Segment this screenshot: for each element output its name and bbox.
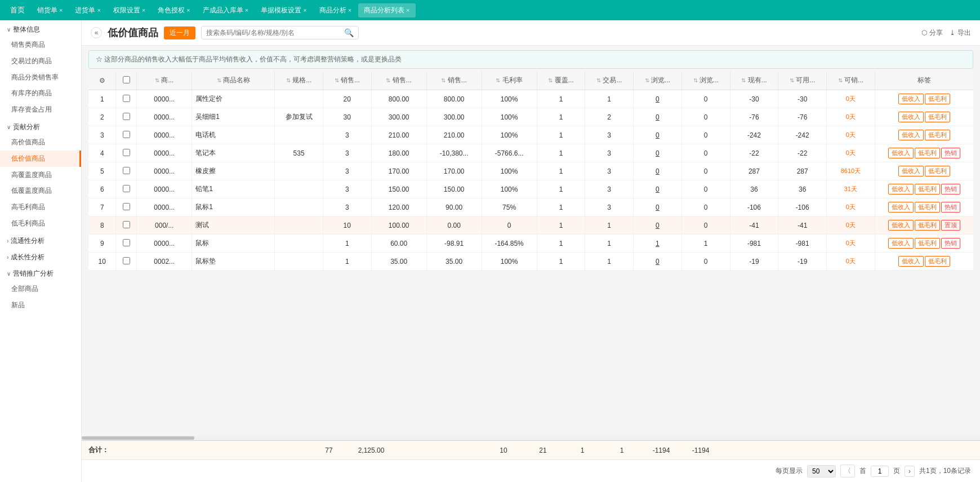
cell-view1[interactable]: 0	[634, 180, 682, 198]
col-code[interactable]: ⇅ 商...	[137, 71, 192, 90]
row-checkbox[interactable]	[123, 239, 130, 246]
browse-count-link[interactable]: 0	[656, 258, 660, 266]
row-checkbox[interactable]	[123, 131, 130, 138]
browse-count-link[interactable]: 0	[656, 95, 660, 103]
nav-close-role[interactable]: ×	[186, 7, 190, 14]
sidebar-item-all-goods[interactable]: 全部商品	[0, 281, 81, 297]
cell-view1[interactable]: 0	[634, 90, 682, 108]
search-input[interactable]	[206, 29, 342, 37]
sidebar-section-overview[interactable]: ∨ 整体信息	[0, 20, 81, 37]
cell-view1[interactable]: 0	[634, 216, 682, 235]
browse-count-link[interactable]: 0	[656, 204, 660, 211]
nav-product-in[interactable]: 产成品入库单 ×	[197, 3, 254, 17]
cell-check[interactable]	[116, 180, 137, 198]
browse-count-link[interactable]: 0	[656, 113, 660, 121]
cell-check[interactable]	[116, 253, 137, 271]
cell-view1[interactable]: 0	[634, 253, 682, 271]
col-stock-avail[interactable]: ⇅ 可用...	[778, 71, 827, 90]
nav-close-purchase[interactable]: ×	[97, 7, 100, 14]
col-settings[interactable]: ⚙	[88, 71, 116, 90]
cell-view1[interactable]: 0	[634, 198, 682, 216]
sidebar-item-low-margin[interactable]: 低毛利商品	[0, 215, 81, 232]
cell-check[interactable]	[116, 235, 137, 253]
cell-view1[interactable]: 0	[634, 162, 682, 180]
select-all-checkbox[interactable]	[123, 76, 130, 83]
col-coverage[interactable]: ⇅ 覆盖...	[537, 71, 585, 90]
nav-template[interactable]: 单据模板设置 ×	[255, 3, 312, 17]
row-checkbox[interactable]	[123, 257, 130, 264]
cell-check[interactable]	[116, 144, 137, 162]
browse-count-link[interactable]: 0	[656, 185, 660, 193]
nav-goods-list[interactable]: 商品分析列表 ×	[358, 3, 415, 17]
sidebar-item-low-coverage[interactable]: 低覆盖度商品	[0, 183, 81, 199]
nav-home[interactable]: 首页	[5, 3, 30, 17]
browse-count-link[interactable]: 0	[656, 149, 660, 157]
col-view1[interactable]: ⇅ 浏览...	[634, 71, 682, 90]
scrollbar-thumb[interactable]	[82, 436, 194, 440]
cell-view1[interactable]: 0	[634, 108, 682, 126]
nav-close-template[interactable]: ×	[303, 7, 306, 14]
sidebar-item-new-goods[interactable]: 新品	[0, 297, 81, 313]
nav-close-goods-list[interactable]: ×	[406, 7, 409, 14]
sidebar-item-stock-goods[interactable]: 有库序的商品	[0, 85, 81, 101]
nav-close-product-in[interactable]: ×	[245, 7, 248, 14]
cell-check[interactable]	[116, 216, 137, 235]
cell-check[interactable]	[116, 108, 137, 126]
cell-view1[interactable]: 1	[634, 235, 682, 253]
row-checkbox[interactable]	[123, 113, 130, 120]
col-sale1[interactable]: ⇅ 销售...	[323, 71, 371, 90]
sidebar-collapse-btn[interactable]: «	[91, 27, 102, 38]
sidebar-item-low-value[interactable]: 低价值商品	[0, 151, 81, 167]
sidebar-item-high-coverage[interactable]: 高覆盖度商品	[0, 167, 81, 183]
nav-close-sales[interactable]: ×	[59, 7, 63, 14]
page-input[interactable]	[871, 466, 889, 477]
sidebar-section-contribution[interactable]: ∨ 贡献分析	[0, 118, 81, 134]
nav-permission[interactable]: 权限设置 ×	[108, 3, 151, 17]
cell-check[interactable]	[116, 90, 137, 108]
sidebar-item-high-value[interactable]: 高价值商品	[0, 134, 81, 151]
filter-btn[interactable]: 近一月	[164, 26, 195, 39]
col-sale3[interactable]: ⇅ 销售...	[426, 71, 482, 90]
col-name[interactable]: ⇅ 商品名称	[192, 71, 275, 90]
sidebar-item-stock-capital[interactable]: 库存资金占用	[0, 101, 81, 118]
export-btn[interactable]: ⤓ 导出	[950, 28, 971, 38]
sidebar-item-category-rate[interactable]: 商品分类销售率	[0, 69, 81, 86]
page-size-select[interactable]: 50 100 200	[807, 465, 836, 477]
row-checkbox[interactable]	[123, 149, 130, 156]
nav-purchase[interactable]: 进货单 ×	[69, 3, 106, 17]
next-page-btn[interactable]: ›	[905, 466, 915, 477]
row-checkbox[interactable]	[123, 185, 130, 192]
col-spec[interactable]: ⇅ 规格...	[275, 71, 323, 90]
nav-goods-analysis[interactable]: 商品分析 ×	[314, 3, 357, 17]
sidebar-item-sales-goods[interactable]: 销售类商品	[0, 37, 81, 53]
nav-role[interactable]: 角色授权 ×	[152, 3, 195, 17]
col-sale2[interactable]: ⇅ 销售...	[371, 71, 426, 90]
sidebar-section-growth[interactable]: › 成长性分析	[0, 248, 81, 264]
sidebar-section-marketing[interactable]: ∨ 营销推广分析	[0, 264, 81, 281]
nav-sales[interactable]: 销货单 ×	[32, 3, 68, 17]
browse-count-link[interactable]: 1	[656, 240, 660, 247]
browse-count-link[interactable]: 0	[656, 167, 660, 175]
col-stock-current[interactable]: ⇅ 现有...	[730, 71, 778, 90]
cell-view1[interactable]: 0	[634, 144, 682, 162]
row-checkbox[interactable]	[123, 221, 130, 228]
search-icon[interactable]: 🔍	[344, 28, 354, 37]
cell-check[interactable]	[116, 198, 137, 216]
col-margin[interactable]: ⇅ 毛利率	[482, 71, 537, 90]
sidebar-section-circulation[interactable]: › 流通性分析	[0, 232, 81, 248]
row-checkbox[interactable]	[123, 95, 130, 102]
col-view2[interactable]: ⇅ 浏览...	[681, 71, 730, 90]
browse-count-link[interactable]: 0	[656, 222, 660, 229]
share-btn[interactable]: ⬡ 分享	[921, 28, 943, 38]
nav-close-permission[interactable]: ×	[142, 7, 145, 14]
first-page-btn[interactable]: 〈	[840, 465, 855, 477]
table-container[interactable]: ⚙ ⇅ 商... ⇅ 商品名称 ⇅ 规格... ⇅ 销售... ⇅ 销售... …	[82, 71, 980, 436]
cell-check[interactable]	[116, 162, 137, 180]
col-trade[interactable]: ⇅ 交易...	[585, 71, 634, 90]
cell-check[interactable]	[116, 126, 137, 144]
sidebar-item-traded-goods[interactable]: 交易过的商品	[0, 53, 81, 69]
row-checkbox[interactable]	[123, 167, 130, 174]
browse-count-link[interactable]: 0	[656, 131, 660, 139]
col-stock-sell[interactable]: ⇅ 可销...	[827, 71, 875, 90]
col-checkbox[interactable]	[116, 71, 137, 90]
